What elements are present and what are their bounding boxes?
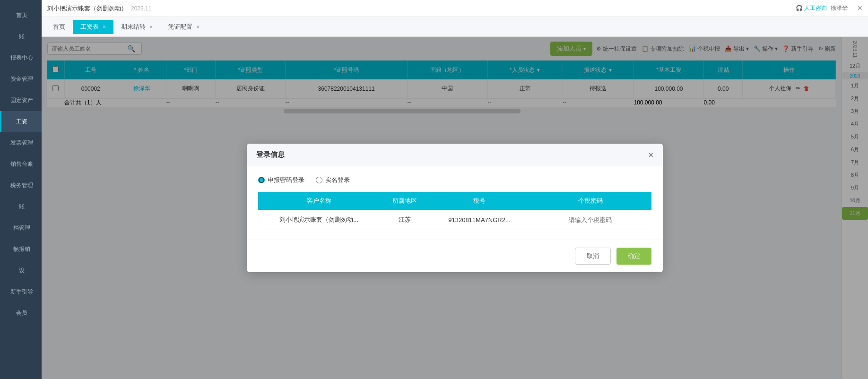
sidebar-item-expense[interactable]: 畅报销 bbox=[0, 239, 42, 260]
sidebar-item-guide[interactable]: 新手引导 bbox=[0, 281, 42, 302]
human-consult-btn[interactable]: 🎧 人工咨询 bbox=[796, 4, 827, 12]
dialog-header: 登录信息 × bbox=[247, 144, 663, 166]
col-client-name: 客户名称 bbox=[258, 192, 380, 210]
col-tax-id: 税号 bbox=[430, 192, 529, 210]
sidebar-item-assets[interactable]: 固定资产 bbox=[0, 90, 42, 111]
dialog-footer: 取消 确定 bbox=[247, 240, 663, 272]
dialog-body: 申报密码登录 实名登录 客户名称 所属地区 税号 bbox=[247, 166, 663, 240]
radio-password-input[interactable] bbox=[258, 177, 265, 183]
sidebar-item-account[interactable]: 账 bbox=[0, 26, 42, 47]
top-bar-right: 🎧 人工咨询 徐泽华 × bbox=[796, 3, 862, 13]
tab-voucher-config[interactable]: 凭证配置 × bbox=[160, 20, 207, 34]
tab-period-close-btn[interactable]: × bbox=[149, 24, 153, 30]
top-bar: 刘小艳演示账套（勿删勿动） 2023.11 🎧 人工咨询 徐泽华 × bbox=[42, 0, 868, 17]
dialog-title: 登录信息 bbox=[256, 150, 285, 159]
radio-realname-login[interactable]: 实名登录 bbox=[316, 176, 350, 184]
dialog-cell-name: 刘小艳演示账套（勿删勿动... bbox=[258, 210, 380, 230]
dialog-table-row: 刘小艳演示账套（勿删勿动... 江苏 91320811MA7NGR2... bbox=[258, 210, 651, 230]
confirm-button[interactable]: 确定 bbox=[616, 248, 651, 265]
cancel-button[interactable]: 取消 bbox=[575, 248, 611, 265]
sidebar-item-report-center[interactable]: 报表中心 bbox=[0, 47, 42, 69]
sidebar-item-settings[interactable]: 设 bbox=[0, 260, 42, 281]
login-dialog: 登录信息 × 申报密码登录 实名登录 bbox=[247, 144, 663, 272]
tab-voucher-close-btn[interactable]: × bbox=[196, 24, 200, 30]
col-tax-password: 个税密码 bbox=[529, 192, 651, 210]
tab-home[interactable]: 首页 bbox=[45, 20, 73, 34]
tab-period-close[interactable]: 期末结转 × bbox=[113, 20, 160, 34]
user-avatar[interactable]: 徐泽华 bbox=[831, 4, 848, 12]
radio-password-login[interactable]: 申报密码登录 bbox=[258, 176, 304, 184]
tax-password-input[interactable] bbox=[536, 216, 645, 224]
sidebar-item-ledger[interactable]: 账 bbox=[0, 196, 42, 217]
dialog-cell-password[interactable] bbox=[529, 210, 651, 230]
dialog-table: 客户名称 所属地区 税号 个税密码 刘小艳演示账套（勿删勿动... 江苏 913… bbox=[258, 192, 651, 230]
sidebar-item-tax[interactable]: 税务管理 bbox=[0, 175, 42, 196]
dialog-overlay: 登录信息 × 申报密码登录 实名登录 bbox=[42, 37, 868, 379]
sidebar-item-home[interactable]: 首页 bbox=[0, 5, 42, 26]
dialog-cell-tax-id: 91320811MA7NGR2... bbox=[430, 210, 529, 230]
tab-salary-close[interactable]: × bbox=[103, 24, 106, 30]
top-date: 2023.11 bbox=[131, 5, 151, 12]
tabs-bar: 首页 工资表 × 期末结转 × 凭证配置 × bbox=[42, 17, 868, 37]
topbar-close-btn[interactable]: × bbox=[857, 3, 862, 13]
sidebar-item-member[interactable]: 会员 bbox=[0, 302, 42, 324]
content-area: 🔍 添加人员 ▾ ⚙ 统一社保设置 📋 专项附加扣除 bbox=[42, 37, 868, 379]
dialog-cell-region: 江苏 bbox=[380, 210, 430, 230]
account-title: 刘小艳演示账套（勿删勿动） bbox=[47, 4, 127, 13]
sidebar-item-invoice[interactable]: 发票管理 bbox=[0, 132, 42, 154]
col-region: 所属地区 bbox=[380, 192, 430, 210]
sidebar: 首页 账 报表中心 资金管理 固定资产 工资 发票管理 销售台账 税务管理 账 … bbox=[0, 0, 42, 379]
sidebar-item-sales[interactable]: 销售台账 bbox=[0, 154, 42, 175]
sidebar-item-salary[interactable]: 工资 bbox=[0, 111, 42, 132]
dialog-close-btn[interactable]: × bbox=[648, 151, 653, 159]
tab-salary[interactable]: 工资表 × bbox=[73, 20, 113, 34]
main-area: 刘小艳演示账套（勿删勿动） 2023.11 🎧 人工咨询 徐泽华 × 首页 工资… bbox=[42, 0, 868, 379]
sidebar-item-fund[interactable]: 资金管理 bbox=[0, 69, 42, 90]
sidebar-item-archive[interactable]: 档管理 bbox=[0, 217, 42, 239]
radio-realname-input[interactable] bbox=[316, 177, 322, 183]
login-type-radio-group: 申报密码登录 实名登录 bbox=[258, 176, 651, 184]
